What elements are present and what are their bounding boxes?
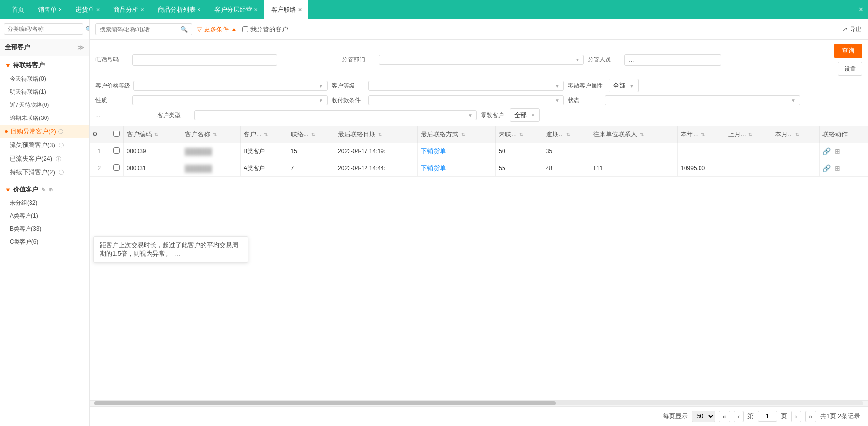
more-options-link[interactable]: ... — [95, 112, 100, 118]
last-page-button[interactable]: » — [805, 411, 816, 422]
col-last-month-label: 上月... — [728, 131, 746, 138]
filter-payment-cell: 收付款条件 ▼ — [332, 95, 564, 105]
col-overdue[interactable]: 逾期... ⇅ — [543, 126, 590, 143]
row2-year-amount: 10995.00 — [678, 160, 725, 177]
nav-purchase[interactable]: 进货单 × — [69, 0, 107, 19]
prev-page-button[interactable]: ‹ — [734, 411, 744, 422]
scrollbar-thumb[interactable] — [94, 401, 556, 405]
col-last-month-sort-icon: ⇅ — [748, 132, 752, 137]
next-page-button[interactable]: › — [791, 411, 801, 422]
per-page-select[interactable]: 50 — [692, 411, 715, 422]
row1-last-method-link[interactable]: 下销货单 — [421, 147, 446, 155]
sidebar-item-continuous-down[interactable]: 持续下滑客户(2) ⓘ — [0, 165, 89, 179]
nav-home[interactable]: 首页 — [5, 0, 31, 19]
status-select[interactable]: ▼ — [605, 95, 800, 105]
col-gear[interactable]: ⚙ — [90, 126, 109, 143]
col-last-date[interactable]: 最后联络日期 ⇅ — [335, 126, 418, 143]
nav-product-analysis[interactable]: 商品分析 × — [107, 0, 151, 19]
sidebar-item-ungroup[interactable]: 未分组(32) — [0, 196, 89, 209]
col-level[interactable]: 客户... ⇅ — [241, 126, 288, 143]
settings-button[interactable]: 设置 — [838, 62, 862, 76]
col-contact-count[interactable]: 联络... ⇅ — [288, 126, 335, 143]
sidebar-collapse-icon[interactable]: ≫ — [77, 44, 84, 51]
payment-select[interactable]: ▼ — [368, 95, 564, 105]
sidebar-item-overdue[interactable]: 逾期未联络(30) — [0, 112, 89, 125]
valor-add-icon[interactable]: ⊕ — [48, 187, 53, 193]
pending-contact-header[interactable]: ▼ 待联络客户 — [0, 58, 89, 73]
lost-pre-label: 流失预警客户(3) — [10, 141, 55, 148]
retail-customer-label: 零散客户 — [481, 111, 504, 119]
row1-grid-icon[interactable]: ⊞ — [835, 147, 840, 155]
row1-num: 1 — [90, 143, 109, 160]
col-last-method[interactable]: 最后联络方式 ⇅ — [418, 126, 496, 143]
query-button[interactable]: 查询 — [834, 44, 862, 58]
sidebar-search-area: 🔍 — [0, 19, 89, 39]
current-page-input[interactable] — [758, 411, 777, 422]
sidebar-item-lost[interactable]: 已流失客户(24) ⓘ — [0, 152, 89, 165]
lost-info-icon[interactable]: ⓘ — [56, 156, 61, 162]
col-name[interactable]: 客户名称 ⇅ — [182, 126, 241, 143]
valor-edit-icon[interactable]: ✎ — [41, 187, 46, 193]
nav-customer-contact[interactable]: 客户联络 × — [264, 0, 308, 19]
more-conditions-button[interactable]: ▽ 更多条件 ▲ — [197, 25, 237, 34]
first-page-button[interactable]: « — [719, 411, 730, 422]
retail-attr-select[interactable]: 全部 ▼ — [609, 79, 639, 92]
export-button[interactable]: ↗ 导出 — [842, 25, 862, 34]
lost-pre-info-icon[interactable]: ⓘ — [59, 142, 64, 148]
window-close-button[interactable]: × — [859, 5, 863, 14]
gender-select[interactable]: ▼ — [132, 95, 328, 105]
sidebar-item-tomorrow[interactable]: 明天待联络(1) — [0, 86, 89, 99]
dept-select[interactable]: ▼ — [379, 55, 584, 65]
sidebar-search-input[interactable] — [4, 23, 83, 35]
sidebar-item-a-class[interactable]: A类客户(1) — [0, 209, 89, 222]
sidebar-item-lost-pre[interactable]: 流失预警客户(3) ⓘ — [0, 138, 89, 152]
retail-attr-value: 全部 — [613, 81, 625, 90]
nav-sales[interactable]: 销售单 × — [31, 0, 69, 19]
repeat-abnormal-info-icon[interactable]: ⓘ — [58, 128, 63, 135]
row2-last-method-link[interactable]: 下销货单 — [421, 164, 446, 172]
row1-name: ██████ — [182, 143, 241, 160]
col-code[interactable]: 客户编码 ⇅ — [123, 126, 182, 143]
sidebar-item-today[interactable]: 今天待联络(0) — [0, 73, 89, 86]
col-uncontacted[interactable]: 未联... ⇅ — [496, 126, 543, 143]
valor-group-header[interactable]: ▼ 价值客户 ✎ ⊕ — [0, 183, 89, 196]
row1-select-checkbox[interactable] — [113, 147, 120, 154]
select-all-checkbox[interactable] — [113, 131, 120, 137]
phone-input[interactable] — [132, 54, 277, 66]
customer-level-select[interactable]: ▼ — [368, 81, 564, 91]
price-level-select[interactable]: ▼ — [133, 81, 328, 91]
col-last-month[interactable]: 上月... ⇅ — [725, 126, 772, 143]
horizontal-scrollbar[interactable] — [90, 400, 868, 406]
valor-group-label: 价值客户 — [13, 185, 38, 194]
continuous-down-info-icon[interactable]: ⓘ — [59, 169, 64, 175]
main-search-icon[interactable]: 🔍 — [180, 26, 188, 33]
phone-label: 电话号码 — [95, 56, 129, 64]
row1-year-amount — [678, 143, 725, 160]
col-contacts[interactable]: 往来单位联系人 ⇅ — [590, 126, 678, 143]
customer-type-arrow-icon: ▼ — [468, 113, 472, 118]
sidebar-search-icon[interactable]: 🔍 — [85, 26, 90, 33]
nav-product-analysis-list[interactable]: 商品分析列表 × — [151, 0, 208, 19]
sidebar-item-c-class[interactable]: C类客户(6) — [0, 235, 89, 249]
customers-table: ⚙ 客户编码 ⇅ 客户名称 ⇅ — [90, 126, 868, 177]
col-action-label: 联络动作 — [822, 131, 848, 138]
main-search-input[interactable] — [100, 26, 180, 33]
row1-action-icons: 🔗 ⊞ — [822, 147, 865, 155]
person-input[interactable] — [624, 54, 721, 66]
customer-type-select[interactable]: ▼ — [194, 110, 477, 120]
row2-select-checkbox[interactable] — [113, 164, 120, 171]
per-page-label: 每页显示 — [663, 412, 688, 421]
col-this-month[interactable]: 本月... ⇅ — [772, 126, 819, 143]
retail-customer-arrow-icon: ▼ — [531, 113, 535, 118]
col-year-amount[interactable]: 本年... ⇅ — [678, 126, 725, 143]
status-arrow-icon: ▼ — [791, 98, 796, 103]
my-customer-checkbox[interactable] — [242, 26, 248, 32]
nav-customer-tier[interactable]: 客户分层经营 × — [208, 0, 264, 19]
sidebar-item-7days[interactable]: 近7天待联络(0) — [0, 99, 89, 112]
row2-grid-icon[interactable]: ⊞ — [835, 164, 840, 172]
retail-customer-select[interactable]: 全部 ▼ — [510, 108, 540, 122]
row2-link-icon[interactable]: 🔗 — [822, 164, 831, 172]
sidebar-item-b-class[interactable]: B类客户(33) — [0, 222, 89, 235]
sidebar-item-repeat-abnormal[interactable]: 回购异常客户(2) ⓘ — [0, 125, 89, 138]
row1-link-icon[interactable]: 🔗 — [822, 147, 831, 155]
